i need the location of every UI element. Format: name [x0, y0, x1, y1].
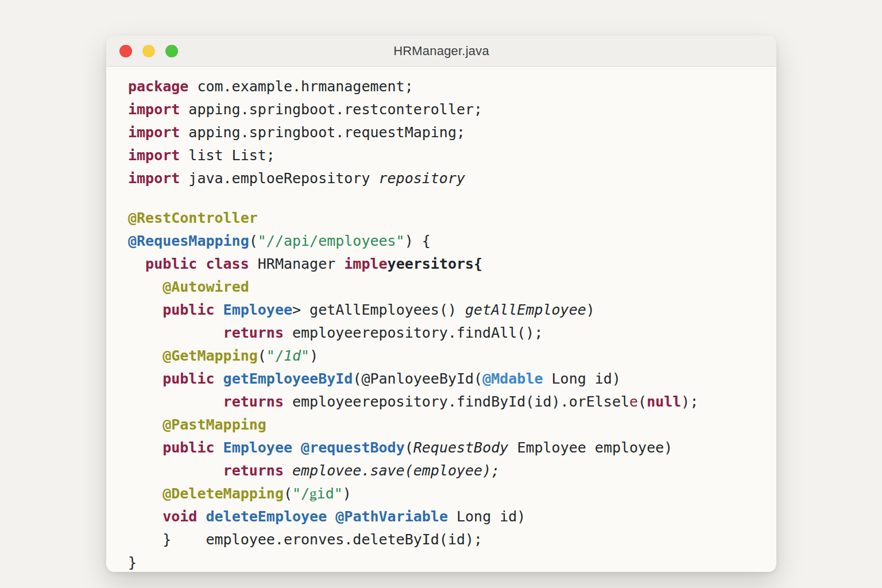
code-line: @GetMapping("/1d") — [128, 345, 776, 368]
code-line: @DeleteMapping("/ǥid") — [128, 482, 776, 505]
code-line: public class HRManager impleyeersitors{ — [128, 253, 776, 276]
code-line: returns emplovee.save(employee); — [128, 459, 776, 482]
code-line: public Employee> getAllEmployees() getAl… — [128, 299, 776, 322]
editor-window: HRManager.java package com.example.hrman… — [106, 36, 776, 572]
code-line — [128, 190, 776, 207]
code-line: } employee.eronves.deleteById(id); — [128, 528, 776, 551]
code-line: } — [128, 551, 776, 574]
code-line: returns employeerepository.findById(id).… — [128, 390, 776, 413]
minimize-button[interactable] — [142, 45, 155, 57]
code-line: returns employeerepository.findAll(); — [128, 322, 776, 345]
code-line: import list List; — [128, 144, 776, 167]
code-line: @RestController — [128, 207, 776, 230]
window-titlebar[interactable]: HRManager.java — [106, 36, 776, 67]
code-line: @PastMapping — [128, 413, 776, 436]
close-button[interactable] — [119, 45, 132, 57]
code-editor[interactable]: package com.example.hrmanagement;import … — [106, 67, 776, 574]
window-title: HRManager.java — [393, 44, 489, 59]
code-line: import apping.springboot.requestMaping; — [128, 121, 776, 144]
code-line: @Autowired — [128, 276, 776, 299]
traffic-lights — [119, 36, 178, 66]
code-line: package com.example.hrmanagement; — [128, 75, 776, 98]
code-line: void deleteEmployee @PathVariable Long i… — [128, 505, 776, 528]
code-line: public getEmployeeById(@PanloyeeById(@Md… — [128, 368, 776, 390]
code-line: @RequesMapping("//api/employees") { — [128, 230, 776, 253]
code-line: import java.emploeRepository repository — [128, 167, 776, 190]
code-line: public Employee @requestBody(RequestBody… — [128, 436, 776, 459]
zoom-button[interactable] — [165, 45, 178, 57]
code-line: import apping.springboot.restconteroller… — [128, 98, 776, 121]
